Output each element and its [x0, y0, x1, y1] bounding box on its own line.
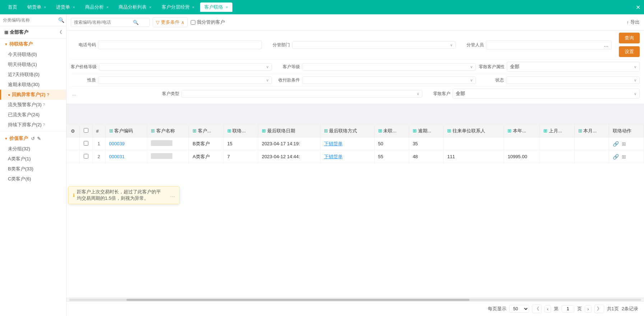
nav-item-analysis-list[interactable]: 商品分析列表 × [114, 3, 156, 12]
export-btn[interactable]: ↑ 导出 [627, 19, 640, 25]
price-tier-select[interactable]: ∨ [99, 63, 272, 71]
top-navigation: 首页 销货单 × 进货单 × 商品分析 × 商品分析列表 × 客户分层经营 × … [0, 0, 644, 14]
row1-link-action-icon[interactable]: 🔗 [613, 141, 619, 147]
sidebar-item-class-b[interactable]: B类客户(33) [0, 164, 66, 174]
col-last-contact-date-header[interactable]: ⊞ 最后联络日期 [258, 125, 320, 137]
col-this-year-header[interactable]: ⊞ 本年... [504, 125, 540, 137]
sidebar-item-class-c[interactable]: C类客户(6) [0, 174, 66, 184]
search-input[interactable] [74, 20, 131, 25]
row1-settings-cell [66, 137, 79, 150]
sidebar-collapse-icon[interactable]: 《 [57, 29, 62, 36]
close-customer-contact-tab[interactable]: × [226, 5, 228, 9]
col-contact-header[interactable]: ⊞ 联络... [223, 125, 258, 137]
retail-attr-select[interactable]: 全部 ∨ [507, 62, 640, 72]
sidebar-search-icon[interactable]: 🔍 [58, 17, 64, 23]
close-purchase-tab[interactable]: × [73, 5, 75, 9]
sidebar-group-pending[interactable]: ▼ 待联络客户 [0, 39, 66, 49]
nav-item-purchase[interactable]: 进货单 × [52, 3, 79, 12]
nav-item-home[interactable]: 首页 [4, 3, 22, 12]
col-settings[interactable]: ⚙ [66, 125, 79, 137]
nav-item-analysis[interactable]: 商品分析 × [81, 3, 113, 12]
col-name-header[interactable]: ⊞ 客户名称 [147, 125, 189, 137]
status-select[interactable]: ∨ [506, 76, 640, 84]
page-input[interactable] [561, 305, 574, 312]
close-sales-tab[interactable]: × [44, 5, 46, 9]
refresh-icon[interactable]: ↺ [31, 136, 35, 141]
last-page-btn[interactable]: 》 [594, 305, 604, 313]
row2-checkbox[interactable] [84, 154, 88, 159]
sidebar-search-input[interactable] [3, 18, 57, 23]
payment-select[interactable]: ∨ [302, 76, 476, 84]
sidebar-item-declining[interactable]: 持续下滑客户(2) ? [0, 120, 66, 130]
edit-icon[interactable]: ✎ [37, 136, 41, 141]
status-down-icon: ∨ [634, 78, 636, 82]
row2-this-year: 10995.00 [504, 150, 540, 163]
row2-last-contact-method[interactable]: 下销货单 [320, 150, 374, 163]
sidebar-item-lost[interactable]: 已流失客户(24) [0, 110, 66, 120]
row1-code[interactable]: 000039 [105, 137, 147, 150]
col-last-contact-method-header[interactable]: ⊞ 最后联络方式 [320, 125, 374, 137]
first-page-btn[interactable]: 《 [532, 305, 542, 313]
query-button[interactable]: 查询 [619, 33, 640, 43]
filter-phone-cell: 电话号码 [71, 41, 262, 49]
sidebar-item-tomorrow[interactable]: 明天待联络(1) [0, 60, 66, 70]
sidebar-group-value-customers[interactable]: ▼ 价值客户 ↺ ✎ [0, 133, 66, 144]
my-customers-checkbox[interactable] [191, 20, 195, 25]
col-contacts-header[interactable]: ⊞ 往来单位联系人 [444, 125, 504, 137]
settings-button[interactable]: 设置 [619, 46, 640, 57]
row1-grid-action-icon[interactable]: ⊞ [622, 141, 626, 147]
phone-input[interactable] [98, 41, 262, 49]
more-conditions-btn[interactable]: ▽ 更多条件 ∧ [153, 17, 188, 27]
retail-customer-select[interactable]: 全部 ∨ [453, 89, 640, 99]
settings-icon[interactable]: ⚙ [71, 128, 75, 134]
row2-last-month [540, 150, 574, 163]
sidebar-item-overdue[interactable]: 逾期未联络(30) [0, 80, 66, 90]
sidebar-item-class-a[interactable]: A类客户(1) [0, 154, 66, 164]
sidebar-item-lost-pre[interactable]: 流失预警客户(3) ? [0, 100, 66, 110]
nav-item-sales[interactable]: 销货单 × [23, 3, 50, 12]
col-code-header[interactable]: ⊞ 客户编码 [105, 125, 147, 137]
row1-contacts [444, 137, 504, 150]
customer-tier-select[interactable]: ∨ [302, 63, 476, 71]
row2-name [147, 150, 189, 163]
sort-icon-date: ⊞ [262, 128, 266, 133]
row2-contacts: 111 [444, 150, 504, 163]
row1-last-contact-method[interactable]: 下销货单 [320, 137, 374, 150]
close-analysis-list-tab[interactable]: × [149, 5, 151, 9]
dept-select[interactable]: ∨ [292, 41, 456, 49]
window-close-button[interactable]: ✕ [636, 4, 640, 11]
customer-type-select[interactable]: ∨ [181, 90, 422, 98]
filter-row-2: 客户价格等级 ∨ 客户等级 ∨ 零散客户属性 全部 [71, 60, 640, 74]
person-select[interactable]: … [486, 41, 612, 49]
next-page-btn[interactable]: › [585, 305, 591, 313]
col-category-header[interactable]: ⊞ 客户... [189, 125, 223, 137]
sidebar-item-repurchase-abnormal[interactable]: ● 回购异常客户(2) ? [1, 90, 66, 100]
filter-customer-tier-cell: 客户等级 ∨ [275, 63, 476, 71]
row1-checkbox[interactable] [84, 141, 88, 146]
col-uncontacted-header[interactable]: ⊞ 未联... [374, 125, 409, 137]
gender-select[interactable]: ∨ [98, 76, 272, 84]
row2-grid-action-icon[interactable]: ⊞ [622, 154, 626, 160]
person-ellipsis: … [604, 42, 608, 48]
col-overdue-header[interactable]: ⊞ 逾期... [409, 125, 443, 137]
nav-item-customer-tier[interactable]: 客户分层经营 × [157, 3, 199, 12]
row1-name [147, 137, 189, 150]
sidebar-item-unclassified[interactable]: 未分组(32) [0, 144, 66, 154]
col-this-month-header[interactable]: ⊞ 本月... [574, 125, 609, 137]
retail-customer-down-icon: ∨ [634, 92, 636, 96]
prev-page-btn[interactable]: ‹ [545, 305, 551, 313]
row1-contact: 15 [223, 137, 258, 150]
total-pages: 共1页 [607, 306, 619, 312]
per-page-select[interactable]: 50 100 [509, 305, 529, 313]
sidebar-item-today[interactable]: 今天待联络(0) [0, 49, 66, 60]
close-customer-tier-tab[interactable]: × [192, 5, 194, 9]
close-analysis-tab[interactable]: × [106, 5, 108, 9]
filter-retail-attr-cell: 零散客户属性 全部 ∨ [479, 62, 640, 72]
col-last-month-header[interactable]: ⊞ 上月... [540, 125, 574, 137]
select-all-checkbox[interactable] [84, 128, 88, 133]
search-icon[interactable]: 🔍 [133, 20, 139, 25]
row2-link-action-icon[interactable]: 🔗 [613, 154, 619, 160]
sidebar-item-near7days[interactable]: 近7天待联络(0) [0, 70, 66, 80]
row2-code[interactable]: 000031 [105, 150, 147, 163]
nav-item-customer-contact[interactable]: 客户联络 × [200, 3, 232, 12]
